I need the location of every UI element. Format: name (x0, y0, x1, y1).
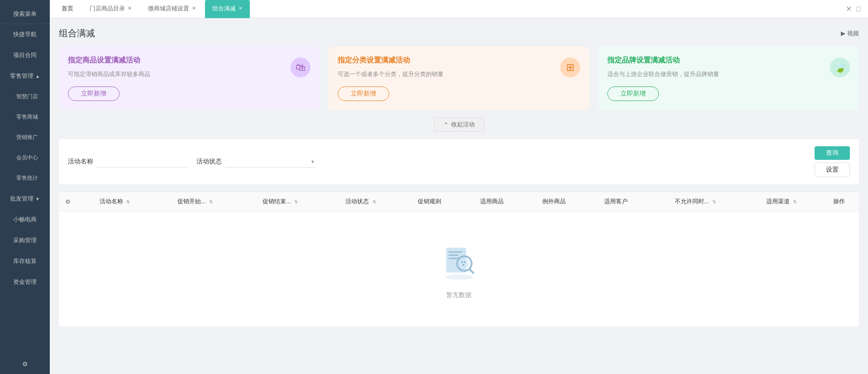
page-content: 组合满减 ▶ 视频 指定商品设置满减活动 🛍 可指定滞销商品或库存较多商品 立即… (50, 18, 868, 374)
tab-combo-discount-close-icon[interactable]: ✕ (238, 5, 243, 11)
sidebar-item-wholesale[interactable]: 批发管理 ▼ (0, 188, 50, 209)
product-card-icon: 🛍 (291, 58, 310, 77)
chevron-up-icon: ▲ (35, 74, 40, 79)
category-card-icon: ⊞ (560, 58, 580, 77)
table-col-activity-name[interactable]: 活动名称 ⇅ (77, 192, 153, 211)
svg-rect-2 (448, 251, 462, 253)
col-applicable-channels-label: 适用渠道 (766, 198, 790, 205)
table-col-applicable-channels[interactable]: 适用渠道 ⇅ (744, 192, 819, 211)
table-col-promo-start[interactable]: 促销开始... ⇅ (153, 192, 238, 211)
tab-store-catalog-label: 门店商品目录 (90, 5, 125, 13)
table-header-row: ⚙ 活动名称 ⇅ 促销开始... ⇅ 促销结束... ⇅ (59, 192, 859, 211)
grid-icon: ⊞ (566, 62, 574, 73)
svg-point-6 (459, 259, 469, 269)
tab-store-catalog[interactable]: 门店商品目录 ✕ (82, 0, 139, 18)
sidebar-item-label: 会员中心 (16, 154, 38, 162)
col-excluded-products-label: 例外商品 (542, 198, 566, 205)
table-col-promo-end[interactable]: 促销结束... ⇅ (238, 192, 323, 211)
tab-home[interactable]: 首页 (54, 0, 81, 18)
col-applicable-products-label: 适用商品 (480, 198, 504, 205)
tab-combo-discount[interactable]: 组合满减 ✕ (205, 0, 250, 18)
col-actions-label: 操作 (833, 198, 845, 205)
page-header: 组合满减 ▶ 视频 (59, 27, 859, 39)
sidebar-item-retail-mall[interactable]: 零售商城 (0, 107, 50, 127)
collapse-activities-btn[interactable]: ⌃ 收起活动 (434, 117, 484, 132)
col-activity-name-label: 活动名称 (100, 198, 123, 205)
sidebar-item-quick-nav[interactable]: 快捷导航 (0, 24, 50, 45)
search-row: 活动名称 活动状态 进行中 已结束 未开始 ▾ 查询 设置 (59, 139, 859, 184)
sort-icon: ⇅ (793, 199, 796, 204)
sidebar-item-label: 批发管理 (10, 195, 33, 203)
sidebar-item-label: 零售管理 (10, 72, 33, 80)
sort-icon: ⇅ (372, 199, 376, 204)
empty-state-row: 暂无数据 (59, 211, 859, 327)
sidebar-item-label: 采购管理 (13, 236, 37, 245)
activity-status-field: 活动状态 进行中 已结束 未开始 ▾ (196, 156, 316, 168)
chevron-up-icon: ⌃ (444, 121, 448, 128)
category-card-desc: 可选一个或者多个分类，提升分类的销量 (338, 70, 580, 79)
tab-store-catalog-close-icon[interactable]: ✕ (128, 5, 132, 11)
tab-wechat-store-close-icon[interactable]: ✕ (192, 5, 196, 11)
tab-wechat-store-label: 微商城店铺设置 (148, 5, 189, 13)
activity-status-label: 活动状态 (196, 158, 222, 166)
sidebar-item-label: 营销推广 (16, 134, 38, 141)
tab-home-label: 首页 (62, 5, 73, 13)
empty-state-cell: 暂无数据 (59, 211, 859, 327)
table-container: ⚙ 活动名称 ⇅ 促销开始... ⇅ 促销结束... ⇅ (59, 192, 859, 326)
table-col-promo-rules: 促销规则 (398, 192, 460, 211)
empty-state-text: 暂无数据 (446, 291, 472, 299)
sidebar-item-retail-management[interactable]: 零售管理 ▲ (0, 66, 50, 86)
sidebar-item-xiaochangec[interactable]: 小畅电商 (0, 209, 50, 230)
empty-state-illustration (436, 239, 482, 284)
activity-status-select[interactable]: 进行中 已结束 未开始 (225, 156, 316, 168)
empty-state: 暂无数据 (59, 211, 859, 326)
sidebar-item-smart-store[interactable]: 智慧门店 (0, 86, 50, 107)
category-promo-card: 指定分类设置满减活动 ⊞ 可选一个或者多个分类，提升分类的销量 立即新增 (329, 47, 589, 110)
table-body: 暂无数据 (59, 211, 859, 327)
sidebar-item-label: 小畅电商 (13, 216, 37, 224)
table-settings-gear-icon[interactable]: ⚙ (65, 198, 71, 205)
category-card-add-btn[interactable]: 立即新增 (338, 86, 389, 101)
sort-icon: ⇅ (126, 199, 130, 204)
sidebar-search[interactable]: 搜索菜单 (0, 5, 50, 24)
tabs-bar: 首页 门店商品目录 ✕ 微商城店铺设置 ✕ 组合满减 ✕ ✕ □ (50, 0, 868, 18)
product-card-add-btn[interactable]: 立即新增 (68, 86, 119, 101)
sidebar-item-project-contract[interactable]: 项目合同 (0, 45, 50, 66)
sidebar-item-retail-stats[interactable]: 零售统计 (0, 168, 50, 188)
video-link[interactable]: ▶ 视频 (841, 29, 859, 38)
col-activity-status-label: 活动状态 (345, 198, 369, 205)
table-col-applicable-products: 适用商品 (461, 192, 523, 211)
table-col-excluded-products: 例外商品 (523, 192, 585, 211)
data-table: ⚙ 活动名称 ⇅ 促销开始... ⇅ 促销结束... ⇅ (59, 192, 859, 326)
svg-point-0 (445, 274, 472, 280)
page-title: 组合满减 (59, 27, 95, 39)
brand-promo-card: 指定品牌设置满减活动 🍃 适合与上游企业联合做营销，提升品牌销量 立即新增 (598, 47, 859, 110)
table-col-not-concurrent[interactable]: 不允许同时... ⇅ (647, 192, 744, 211)
gear-icon: ⚙ (22, 360, 28, 368)
product-card-desc: 可指定滞销商品或库存较多商品 (68, 70, 310, 79)
sort-icon: ⇅ (712, 199, 716, 204)
close-window-icon[interactable]: ✕ (846, 5, 852, 13)
activity-name-label: 活动名称 (68, 158, 93, 166)
table-col-activity-status[interactable]: 活动状态 ⇅ (323, 192, 398, 211)
sidebar-item-marketing[interactable]: 营销推广 (0, 127, 50, 148)
settings-btn[interactable]: 设置 (815, 163, 850, 177)
table-header: ⚙ 活动名称 ⇅ 促销开始... ⇅ 促销结束... ⇅ (59, 192, 859, 211)
activity-name-input[interactable] (97, 156, 187, 168)
query-btn[interactable]: 查询 (815, 146, 850, 160)
sidebar-settings-btn[interactable]: ⚙ (0, 354, 50, 374)
sidebar-item-label: 零售统计 (16, 174, 38, 182)
sidebar-item-member-center[interactable]: 会员中心 (0, 148, 50, 168)
brand-card-add-btn[interactable]: 立即新增 (607, 86, 659, 101)
leaf-icon: 🍃 (834, 62, 846, 73)
svg-point-8 (461, 261, 463, 263)
sidebar-item-fund[interactable]: 资金管理 (0, 272, 50, 292)
brand-card-title: 指定品牌设置满减活动 (607, 56, 850, 65)
shopping-bag-icon: 🛍 (296, 62, 305, 73)
sidebar-item-purchase[interactable]: 采购管理 (0, 230, 50, 251)
category-card-title: 指定分类设置满减活动 (338, 56, 580, 65)
maximize-window-icon[interactable]: □ (856, 5, 861, 13)
tab-wechat-store[interactable]: 微商城店铺设置 ✕ (141, 0, 203, 18)
sidebar-item-inventory[interactable]: 库存核算 (0, 251, 50, 272)
sidebar-item-label: 零售商城 (16, 113, 38, 121)
